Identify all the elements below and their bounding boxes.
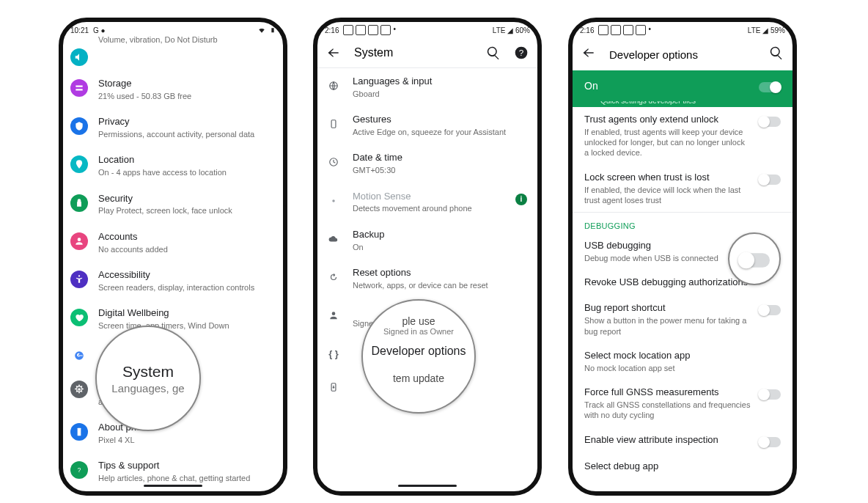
tips-sub: Help articles, phone & chat, getting sta… — [98, 473, 273, 483]
phone-developer-options: 2:16 • LTE ◢ 59% Developer options On Qu… — [568, 18, 797, 496]
row-view-attr[interactable]: Enable view attribute inspection — [573, 427, 792, 454]
svg-point-10 — [332, 199, 335, 202]
back-button[interactable] — [581, 45, 596, 63]
cloud-icon — [325, 230, 342, 248]
app-bar: Developer options — [573, 38, 792, 70]
date-title: Date & time — [353, 152, 527, 164]
row-gnss[interactable]: Force full GNSS measurementsTrack all GN… — [573, 380, 792, 427]
lock-sub: If enabled, the device will lock when th… — [584, 185, 751, 206]
side-button[interactable] — [283, 132, 286, 161]
row-lock-screen-trust[interactable]: Lock screen when trust is lostIf enabled… — [573, 165, 792, 212]
accessibility-title: Accessibility — [98, 269, 273, 282]
app-icon — [598, 25, 608, 35]
accounts-sub: No accounts added — [98, 244, 273, 254]
mag-title: Developer options — [372, 345, 466, 358]
motion-sub: Detects movement around phone — [353, 203, 505, 213]
row-motion-sense[interactable]: Motion SenseDetects movement around phon… — [317, 183, 537, 221]
tips-icon: ? — [70, 461, 88, 479]
bug-title: Bug report shortcut — [584, 302, 751, 315]
help-button[interactable]: ? — [514, 45, 529, 60]
lock-title: Lock screen when trust is lost — [584, 172, 751, 184]
status-time: 2:16 — [580, 26, 594, 34]
gnss-switch[interactable] — [759, 389, 781, 400]
battery-icon — [270, 26, 276, 34]
app-bar: System ? — [317, 38, 537, 67]
debugapp-title: Select debug app — [584, 460, 781, 473]
motion-title: Motion Sense — [353, 191, 505, 203]
magnifier-developer: ple use Signed in as Owner Developer opt… — [361, 299, 476, 414]
lang-title: Languages & input — [353, 76, 527, 88]
wellbeing-icon — [70, 309, 88, 326]
privacy-title: Privacy — [98, 116, 273, 128]
wellbeing-sub: Screen time, app timers, Wind Down — [98, 320, 273, 331]
master-switch[interactable] — [759, 82, 781, 92]
section-debugging: DEBUGGING — [573, 213, 792, 233]
row-reset[interactable]: Reset optionsNetwork, apps, or device ca… — [317, 260, 537, 298]
reset-sub: Network, apps, or device can be reset — [353, 280, 527, 290]
globe-icon — [325, 77, 342, 95]
mag-frag-top: ple use — [402, 315, 435, 327]
date-sub: GMT+05:30 — [353, 165, 527, 175]
dev-list[interactable]: Trust agents only extend unlockIf enable… — [573, 107, 792, 479]
row-trust-agents[interactable]: Trust agents only extend unlockIf enable… — [573, 107, 792, 165]
row-mock-location[interactable]: Select mock location appNo mock location… — [573, 343, 792, 380]
security-sub: Play Protect, screen lock, face unlock — [98, 205, 273, 216]
usb-switch-zoom[interactable] — [739, 253, 770, 268]
row-storage[interactable]: Storage21% used - 50.83 GB free — [63, 70, 283, 109]
braces-icon: { } — [325, 345, 342, 362]
security-title: Security — [98, 193, 273, 205]
svg-text:?: ? — [519, 48, 524, 57]
lock-switch[interactable] — [759, 175, 781, 185]
row-accessibility[interactable]: AccessibilityScreen readers, display, in… — [63, 262, 283, 300]
magnifier-title: System — [122, 363, 174, 381]
gest-title: Gestures — [353, 114, 527, 126]
search-button[interactable] — [486, 45, 501, 60]
row-date-time[interactable]: Date & timeGMT+05:30 — [317, 144, 537, 183]
status-time: 10:21 — [70, 26, 89, 34]
gnss-title: Force full GNSS measurements — [584, 386, 751, 399]
status-bar: 2:16 • LTE ◢ 60% — [317, 22, 537, 38]
app-icon — [636, 25, 646, 35]
row-debug-app[interactable]: Select debug app — [573, 454, 792, 480]
search-button[interactable] — [769, 45, 784, 63]
info-badge[interactable]: i — [515, 194, 527, 205]
row-bug-report[interactable]: Bug report shortcutShow a button in the … — [573, 295, 792, 342]
row-location[interactable]: LocationOn - 4 apps have access to locat… — [63, 147, 283, 185]
volume-button[interactable] — [283, 205, 286, 249]
trust-sub: If enabled, trust agents will keep your … — [584, 127, 751, 158]
row-gestures[interactable]: GesturesActive Edge on, squeeze for your… — [317, 106, 537, 144]
gestures-icon — [325, 115, 342, 133]
google-icon — [70, 347, 88, 364]
nav-pill[interactable] — [398, 485, 457, 487]
app-icon — [611, 25, 621, 35]
privacy-sub: Permissions, account activity, personal … — [98, 129, 273, 139]
gear-icon — [325, 192, 342, 210]
viewattr-switch[interactable] — [759, 437, 781, 447]
row-accounts[interactable]: AccountsNo accounts added — [63, 224, 283, 262]
storage-icon — [70, 79, 88, 97]
storage-sub: 21% used - 50.83 GB free — [98, 91, 273, 101]
app-icon — [356, 25, 366, 35]
row-sound-partial[interactable] — [63, 45, 283, 70]
bug-switch[interactable] — [759, 305, 781, 315]
update-icon — [325, 378, 342, 396]
person-icon — [325, 306, 342, 324]
accessibility-sub: Screen readers, display, interaction con… — [98, 282, 273, 293]
storage-title: Storage — [98, 78, 273, 90]
about-icon — [70, 423, 88, 441]
bug-sub: Show a button in the power menu for taki… — [584, 315, 751, 337]
row-privacy[interactable]: PrivacyPermissions, account activity, pe… — [63, 109, 283, 147]
location-sub: On - 4 apps have access to location — [98, 167, 273, 177]
row-security[interactable]: SecurityPlay Protect, screen lock, face … — [63, 186, 283, 224]
accounts-title: Accounts — [98, 231, 273, 243]
master-toggle[interactable]: On — [573, 70, 792, 101]
row-backup[interactable]: BackupOn — [317, 221, 537, 260]
trust-switch[interactable] — [759, 117, 781, 127]
nav-pill[interactable] — [144, 485, 202, 487]
row-languages[interactable]: Languages & inputGboard — [317, 68, 537, 106]
system-icon — [70, 381, 88, 398]
mag-frag-bot: tem update — [393, 372, 444, 384]
tips-title: Tips & support — [98, 460, 273, 472]
back-button[interactable] — [326, 45, 341, 60]
mock-sub: No mock location app set — [584, 363, 781, 373]
